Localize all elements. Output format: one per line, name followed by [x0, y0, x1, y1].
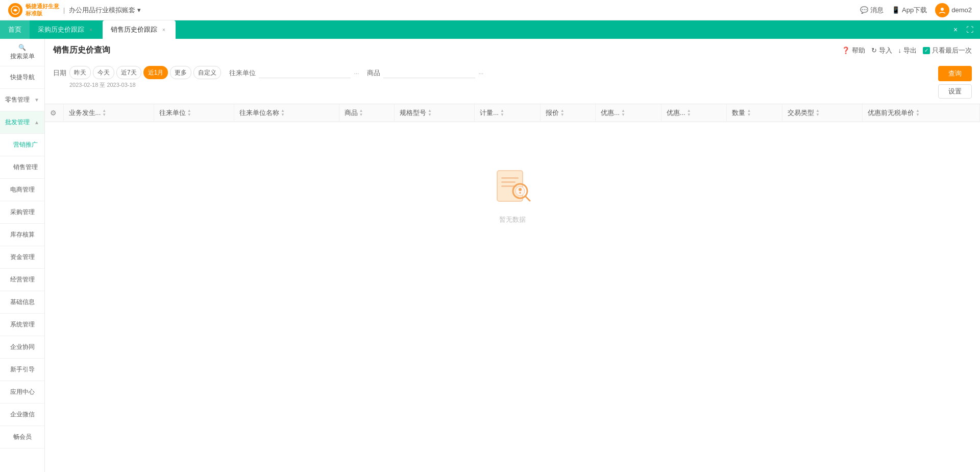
- col-trade-type[interactable]: 交易类型 ▲▼: [782, 104, 862, 122]
- sidebar-item-member[interactable]: 畅会员: [0, 426, 44, 449]
- app-download-action[interactable]: 📱 App下载: [892, 6, 927, 15]
- date-btn-7days[interactable]: 近7天: [116, 66, 141, 79]
- col-unit[interactable]: 计量... ▲▼: [475, 104, 541, 122]
- tab-sales-label: 销售历史价跟踪: [111, 25, 157, 34]
- svg-line-8: [525, 196, 530, 201]
- sidebar-item-guide[interactable]: 新手引导: [0, 359, 44, 381]
- top-header: 畅捷通好生意 标准版 | 办公用品行业模拟账套 ▾ 💬 消息 📱 App下载 d…: [0, 0, 980, 20]
- message-label: 消息: [870, 6, 884, 15]
- sidebar-item-wholesale-mgmt[interactable]: 批发管理 ▲: [0, 111, 44, 134]
- svg-rect-10: [520, 192, 521, 194]
- tab-home[interactable]: 首页: [0, 20, 30, 39]
- workspace-selector[interactable]: 办公用品行业模拟账套 ▾: [69, 6, 141, 15]
- svg-rect-3: [501, 177, 519, 179]
- help-action[interactable]: ❓ 帮助: [842, 46, 865, 55]
- logo-text: 畅捷通好生意 标准版: [26, 3, 59, 16]
- sidebar-item-finance[interactable]: 资金管理: [0, 246, 44, 269]
- sidebar-item-wechat[interactable]: 企业微信: [0, 404, 44, 426]
- col-quote[interactable]: 报价 ▲▼: [540, 104, 595, 122]
- help-label: 帮助: [852, 46, 865, 55]
- svg-point-9: [519, 188, 522, 191]
- col-product[interactable]: 商品 ▲▼: [339, 104, 394, 122]
- sidebar-item-basic-info[interactable]: 基础信息: [0, 291, 44, 314]
- settings-button[interactable]: 设置: [938, 84, 972, 99]
- svg-rect-4: [501, 181, 516, 183]
- page-title: 销售历史价查询: [53, 45, 110, 56]
- sidebar-item-system[interactable]: 系统管理: [0, 314, 44, 336]
- date-btn-today[interactable]: 今天: [93, 66, 114, 79]
- sidebar-item-operations[interactable]: 经营管理: [0, 269, 44, 291]
- sidebar-item-ecommerce[interactable]: 电商管理: [0, 179, 44, 201]
- message-action[interactable]: 💬 消息: [860, 6, 884, 15]
- sort-arrows-biz-date: ▲▼: [102, 109, 106, 117]
- sidebar-item-inventory[interactable]: 库存核算: [0, 224, 44, 246]
- app-download-label: App下载: [902, 6, 927, 15]
- main-layout: 🔍 搜索菜单 快捷导航 零售管理 ▼ 批发管理 ▲ 营销推广 销售管理 电商管理…: [0, 39, 980, 472]
- search-icon: 🔍: [18, 44, 26, 51]
- logo-icon: [8, 3, 22, 17]
- import-label: 导入: [879, 46, 892, 55]
- col-spec[interactable]: 规格型号 ▲▼: [394, 104, 474, 122]
- col-biz-date[interactable]: 业务发生... ▲▼: [63, 104, 154, 122]
- page-actions: ❓ 帮助 ↻ 导入 ↓ 导出 ✓ 只看最后一次: [842, 46, 972, 55]
- col-settings: ⚙: [45, 104, 63, 122]
- import-action[interactable]: ↻ 导入: [871, 46, 892, 55]
- sort-arrows-quote: ▲▼: [560, 109, 565, 117]
- date-buttons: 昨天 今天 近7天 近1月 更多 自定义: [69, 66, 221, 79]
- col-no-tax-price[interactable]: 优惠前无税单价 ▲▼: [862, 104, 979, 122]
- product-dots[interactable]: ...: [478, 68, 483, 76]
- product-input-group: ...: [383, 66, 483, 78]
- close-all-tabs-button[interactable]: ×: [949, 23, 962, 36]
- partner-filter-label: 往来单位: [229, 66, 256, 80]
- gear-icon[interactable]: ⚙: [50, 109, 57, 117]
- query-button[interactable]: 查询: [938, 66, 972, 81]
- empty-state-icon: [487, 163, 538, 209]
- tab-purchase-close-icon[interactable]: ×: [87, 26, 94, 33]
- sort-arrows-discount1: ▲▼: [621, 109, 625, 117]
- tab-purchase-label: 采购历史价跟踪: [38, 25, 84, 34]
- only-last-checkbox[interactable]: ✓ 只看最后一次: [923, 46, 972, 55]
- user-area[interactable]: demo2: [935, 3, 972, 17]
- partner-input[interactable]: [259, 66, 351, 78]
- sort-arrows-discount2: ▲▼: [687, 109, 691, 117]
- checkbox-icon: ✓: [923, 47, 930, 54]
- avatar: [935, 3, 949, 17]
- maximize-button[interactable]: ⛶: [964, 23, 976, 36]
- sidebar-item-sales-mgmt[interactable]: 销售管理: [0, 156, 44, 179]
- tab-sales-history[interactable]: 销售历史价跟踪 ×: [103, 20, 176, 39]
- tab-purchase-history[interactable]: 采购历史价跟踪 ×: [30, 20, 103, 39]
- tab-sales-close-icon[interactable]: ×: [160, 26, 167, 33]
- logo-area: 畅捷通好生意 标准版: [8, 3, 59, 17]
- sort-arrows-qty: ▲▼: [747, 109, 751, 117]
- sort-arrows-partner-code: ▲▼: [187, 109, 191, 117]
- chevron-down-icon: ▼: [34, 97, 39, 103]
- sidebar-item-quick-nav[interactable]: 快捷导航: [0, 66, 44, 89]
- sidebar-item-purchase[interactable]: 采购管理: [0, 201, 44, 224]
- date-range-text: 2023-02-18 至 2023-03-18: [69, 81, 221, 89]
- svg-point-1: [941, 8, 944, 11]
- sidebar-item-app-center[interactable]: 应用中心: [0, 381, 44, 404]
- product-input[interactable]: [383, 66, 475, 78]
- date-btn-more[interactable]: 更多: [170, 66, 191, 79]
- date-options: 昨天 今天 近7天 近1月 更多 自定义 2023-02-18 至 2023-0…: [69, 66, 221, 89]
- partner-dots[interactable]: ...: [354, 68, 359, 76]
- username-label: demo2: [951, 6, 972, 14]
- sidebar-item-marketing[interactable]: 营销推广: [0, 134, 44, 156]
- date-btn-yesterday[interactable]: 昨天: [69, 66, 91, 79]
- date-btn-custom[interactable]: 自定义: [193, 66, 221, 79]
- sort-arrows-trade-type: ▲▼: [816, 109, 820, 117]
- col-partner-name[interactable]: 往来单位名称 ▲▼: [234, 104, 339, 122]
- sidebar-item-enterprise[interactable]: 企业协同: [0, 336, 44, 359]
- action-buttons: 查询 设置: [938, 66, 972, 99]
- col-discount1[interactable]: 优惠... ▲▼: [596, 104, 662, 122]
- date-btn-1month[interactable]: 近1月: [143, 66, 168, 79]
- phone-icon: 📱: [892, 6, 900, 14]
- col-qty[interactable]: 数量 ▲▼: [727, 104, 782, 122]
- export-action[interactable]: ↓ 导出: [898, 46, 917, 55]
- col-discount2[interactable]: 优惠... ▲▼: [661, 104, 727, 122]
- sort-arrows-partner-name: ▲▼: [281, 109, 285, 117]
- sidebar-item-search[interactable]: 🔍 搜索菜单: [0, 39, 44, 66]
- sidebar-item-retail-mgmt[interactable]: 零售管理 ▼: [0, 89, 44, 111]
- col-partner-code[interactable]: 往来单位 ▲▼: [154, 104, 234, 122]
- tab-home-label: 首页: [8, 25, 21, 34]
